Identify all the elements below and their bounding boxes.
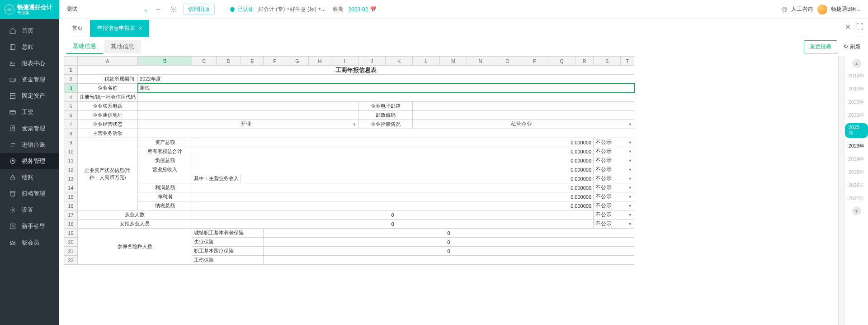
expand-icon[interactable]: ⛶	[856, 23, 863, 31]
row-header[interactable]: 12	[64, 165, 78, 174]
nav-guide[interactable]: 新手引导	[0, 218, 59, 234]
col-header[interactable]: N	[467, 57, 494, 66]
nav-archive[interactable]: 归档管理	[0, 186, 59, 202]
reset-button[interactable]: 重置报表	[804, 40, 837, 53]
asset-val[interactable]: 0.000000	[241, 174, 594, 183]
col-header[interactable]: T	[621, 57, 634, 66]
publish-select[interactable]: 不公示▼	[594, 147, 634, 156]
col-header[interactable]: I	[331, 57, 359, 66]
row-header[interactable]: 5	[64, 102, 78, 111]
emp-val[interactable]: 0	[192, 210, 594, 220]
year-down-icon[interactable]: ▼	[852, 206, 861, 215]
row-header[interactable]: 2	[64, 75, 78, 84]
nav-home[interactable]: 首页	[0, 23, 59, 39]
publish-select[interactable]: 不公示▼	[594, 174, 634, 183]
row-header[interactable]: 16	[64, 201, 78, 210]
col-header[interactable]: D	[217, 57, 241, 66]
year-option[interactable]: 2027年	[849, 193, 864, 204]
tab-home[interactable]: 首页	[65, 20, 90, 37]
ins-val[interactable]: 0	[264, 229, 634, 238]
asset-val[interactable]: 0.000000	[192, 138, 594, 147]
settings-icon[interactable]	[168, 4, 179, 15]
asset-val[interactable]: 0.000000	[192, 183, 594, 192]
tab-annual-report[interactable]: 年报信息申报表×	[90, 20, 149, 37]
row-header[interactable]: 8	[64, 129, 78, 138]
email-input[interactable]	[413, 102, 634, 111]
nav-close[interactable]: 结账	[0, 169, 59, 186]
year-option[interactable]: 2020年	[849, 97, 864, 107]
ins-val[interactable]: 0	[264, 238, 634, 247]
col-header[interactable]: O	[494, 57, 521, 66]
row-header[interactable]: 10	[64, 147, 78, 156]
add-button[interactable]	[152, 4, 163, 15]
switch-old-button[interactable]: 切到旧版	[183, 4, 215, 15]
col-header[interactable]: K	[386, 57, 413, 66]
col-header[interactable]: L	[413, 57, 440, 66]
asset-val[interactable]: 0.000000	[192, 192, 594, 201]
year-option[interactable]: 2022年	[845, 123, 868, 138]
col-header[interactable]: E	[241, 57, 264, 66]
col-header[interactable]: A	[78, 57, 138, 66]
addr-input[interactable]	[138, 111, 359, 120]
publish-select[interactable]: 不公示▼	[594, 183, 634, 192]
subtab-basic[interactable]: 基础信息	[66, 39, 103, 54]
nav-inout[interactable]: 进销台账	[0, 137, 59, 153]
row-header[interactable]: 19	[64, 229, 78, 238]
row-header[interactable]: 21	[64, 247, 78, 256]
ins-val[interactable]: 0	[264, 247, 634, 256]
publish-select[interactable]: 不公示▼	[594, 165, 634, 174]
col-header[interactable]: R	[576, 57, 594, 66]
mainbiz-input[interactable]	[138, 129, 634, 138]
asset-val[interactable]: 0.000000	[192, 156, 594, 165]
spreadsheet[interactable]: ABCDEFGHIJKLMNOPQRST1工商年报信息表2税款所属期间:2022…	[59, 56, 838, 325]
year-option[interactable]: 2021年	[849, 110, 864, 120]
publish-select[interactable]: 不公示▼	[594, 156, 634, 165]
row-header[interactable]: 7	[64, 120, 78, 129]
female-val[interactable]: 0	[192, 220, 594, 229]
year-option[interactable]: 2025年	[849, 167, 864, 177]
row-header[interactable]: 11	[64, 156, 78, 165]
row-header[interactable]: 1	[64, 66, 78, 75]
nav-ledger[interactable]: 总账	[0, 39, 59, 55]
row-header[interactable]: 20	[64, 238, 78, 247]
subtab-other[interactable]: 其他信息	[104, 40, 141, 53]
nav-funds[interactable]: 资金管理	[0, 72, 59, 88]
publish-select[interactable]: 不公示▼	[594, 138, 634, 147]
year-option[interactable]: 2018年	[849, 71, 864, 81]
row-header[interactable]: 4	[64, 93, 78, 102]
row-header[interactable]: 9	[64, 138, 78, 147]
col-header[interactable]: B	[138, 57, 192, 66]
publish-select[interactable]: 不公示▼	[594, 210, 634, 220]
close-all-icon[interactable]: ✕	[845, 23, 851, 31]
status-select[interactable]: 开业▼	[138, 120, 359, 129]
col-header[interactable]: C	[192, 57, 217, 66]
year-option[interactable]: 2026年	[849, 180, 864, 191]
col-header[interactable]: Q	[548, 57, 576, 66]
refresh-button[interactable]: ↻刷新	[844, 43, 861, 51]
nav-assets[interactable]: 固定资产	[0, 88, 59, 104]
asset-val[interactable]: 0.000000	[192, 147, 594, 156]
col-header[interactable]: P	[521, 57, 548, 66]
asset-val[interactable]: 0.000000	[192, 201, 594, 210]
close-tab-icon[interactable]: ×	[139, 25, 142, 32]
row-header[interactable]: 22	[64, 256, 78, 265]
user-menu[interactable]: 畅捷通B组...	[817, 5, 861, 14]
ins-val[interactable]	[264, 256, 634, 265]
publish-select[interactable]: 不公示▼	[594, 201, 634, 210]
vertical-scrollbar[interactable]	[838, 56, 844, 325]
zip-input[interactable]	[413, 111, 634, 120]
col-header[interactable]	[64, 57, 78, 66]
period-select[interactable]: 2023-02 📅	[348, 6, 376, 13]
nav-reports[interactable]: 报表中心	[0, 55, 59, 72]
col-header[interactable]: H	[309, 57, 331, 66]
row-header[interactable]: 14	[64, 183, 78, 192]
asset-val[interactable]: 0.000000	[192, 165, 594, 174]
support-link[interactable]: 人工咨询	[781, 5, 813, 13]
row-header[interactable]: 18	[64, 220, 78, 229]
year-option[interactable]: 2023年	[849, 141, 864, 151]
reg-input[interactable]	[138, 93, 634, 102]
year-option[interactable]: 2019年	[849, 84, 864, 94]
col-header[interactable]: S	[594, 57, 621, 66]
publish-select[interactable]: 不公示▼	[594, 220, 634, 229]
year-up-icon[interactable]: ▲	[852, 59, 861, 68]
